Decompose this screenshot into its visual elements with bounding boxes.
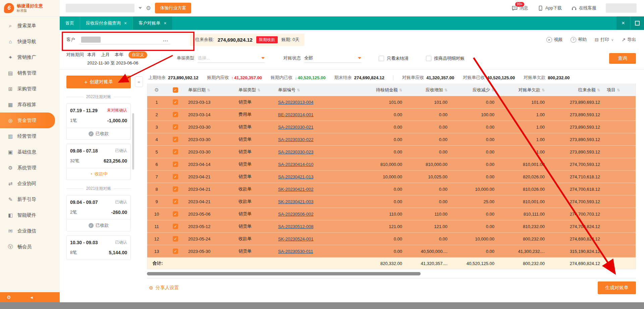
row-checkbox[interactable]: ✓ xyxy=(173,149,178,154)
period-option-custom[interactable]: 自定义 xyxy=(128,51,147,58)
table-row[interactable]: 5✓2023-03-30销货单SA-20230330-0230.000.000.… xyxy=(147,146,636,158)
doc-type-select[interactable]: 选择... xyxy=(198,54,265,63)
action-export[interactable]: ↗导出 xyxy=(622,37,636,43)
period-option[interactable]: 上月 xyxy=(101,52,110,58)
sidebar-item-quick-nav[interactable]: ⌂快捷导航 xyxy=(0,34,60,49)
document-link[interactable]: SA-20230512-008 xyxy=(278,224,314,229)
redacted-org-selector[interactable] xyxy=(66,4,135,12)
column-header-pending[interactable]: 待核销金额⇅ xyxy=(350,87,406,93)
sort-icon[interactable]: ⇅ xyxy=(297,88,300,92)
panel-scrollbar[interactable] xyxy=(132,113,134,170)
select-all-checkbox[interactable]: ✓ xyxy=(173,87,178,93)
row-checkbox[interactable]: ✓ xyxy=(173,162,178,167)
table-row[interactable]: 12✓2023-05-24收款单SK-20230524-0010.000.001… xyxy=(147,233,636,245)
sidebar-item-member[interactable]: Ⓥ畅会员 xyxy=(0,239,60,255)
row-checkbox[interactable]: ✓ xyxy=(173,236,178,241)
document-link[interactable]: SA-20230530-011 xyxy=(278,249,313,254)
document-link[interactable]: SA-20230313-004 xyxy=(278,100,314,105)
generate-statement-button[interactable]: 生成对账单 xyxy=(598,281,636,294)
statement-card[interactable]: 09.08 - 07.18已确认32笔623,256.00◔收款中 xyxy=(66,144,131,180)
table-row[interactable]: 3✓2023-03-30销货单SA-20230330-0210.000.000.… xyxy=(147,121,636,133)
table-row[interactable]: 11✓2023-05-12销货单SA-20230512-008121.00121… xyxy=(147,220,636,233)
sidebar-item-smart-hardware[interactable]: ◧智能硬件 xyxy=(0,207,60,223)
document-link[interactable]: SK-20230524-001 xyxy=(278,236,314,241)
table-row[interactable]: 10✓2023-05-06销货单SA-20230506-002110.00110… xyxy=(147,208,636,220)
sidebar-item-inventory[interactable]: ▦库存核算 xyxy=(0,97,60,113)
document-link[interactable]: SA-20230330-021 xyxy=(278,125,314,130)
action-video[interactable]: ▸视频 xyxy=(546,37,562,43)
period-option[interactable]: 本年 xyxy=(115,52,123,58)
sidebar-item-system[interactable]: ⚙系统管理 xyxy=(0,160,60,176)
sort-icon[interactable]: ⇅ xyxy=(257,88,260,92)
document-link[interactable]: SA-20230330-022 xyxy=(278,137,314,142)
topbar-app-download[interactable]: App下载 xyxy=(538,5,562,11)
row-checkbox[interactable]: ✓ xyxy=(173,124,178,130)
table-row[interactable]: 6✓2023-04-14销货单SA-20230414-010810,000.00… xyxy=(147,158,636,171)
column-header-dec[interactable]: 应收减少⇅ xyxy=(451,87,498,93)
create-statement-button[interactable]: + 创建对账单 xyxy=(66,76,131,88)
document-link[interactable]: SA-20230421-013 xyxy=(278,174,314,179)
by-product-detail-checkbox-group[interactable]: 按商品明细对账 xyxy=(426,54,465,63)
sidebar-item-beginner-guide[interactable]: ✎新手引导 xyxy=(0,191,60,207)
row-checkbox[interactable]: ✓ xyxy=(173,174,178,179)
period-option[interactable]: 本月 xyxy=(87,52,96,58)
document-link[interactable]: SA-20230506-002 xyxy=(278,212,314,217)
topbar-online-service[interactable]: 在线客服 xyxy=(571,5,596,11)
search-button[interactable]: 查询 xyxy=(609,53,636,64)
tab-close-icon[interactable]: × xyxy=(124,20,127,26)
close-all-tabs-button[interactable]: × xyxy=(616,16,630,30)
sort-icon[interactable]: ⇅ xyxy=(617,88,620,92)
panel-collapse-button[interactable]: « xyxy=(135,76,143,87)
table-row[interactable]: 13✓2023-05-30销货单SA-20230530-0110.0040,50… xyxy=(147,245,636,258)
row-checkbox[interactable]: ✓ xyxy=(173,211,178,217)
sort-icon[interactable]: ⇅ xyxy=(444,88,447,92)
document-link[interactable]: SK-20230421-002 xyxy=(278,187,314,192)
statement-card[interactable]: 09.04 - 09.07已确认2笔-260.00✓已收款 xyxy=(66,195,131,231)
column-header-owed[interactable]: 对账单欠款⇅ xyxy=(498,87,548,93)
status-select[interactable]: 全部 xyxy=(304,54,361,63)
column-header-bal[interactable]: 往来余额⇅ xyxy=(548,87,603,93)
row-checkbox[interactable]: ✓ xyxy=(173,112,178,117)
horizontal-scrollbar-thumb[interactable] xyxy=(147,272,421,275)
column-header-type[interactable]: 单据类型⇅ xyxy=(235,87,275,93)
only-unsettled-checkbox[interactable] xyxy=(379,56,384,61)
row-checkbox[interactable]: ✓ xyxy=(173,137,178,142)
row-checkbox[interactable]: ✓ xyxy=(173,224,178,229)
customer-select-input[interactable]: ... xyxy=(79,35,170,44)
sidebar-item-search-menu[interactable]: ⌕搜索菜单 xyxy=(0,18,60,34)
sidebar-item-collaboration[interactable]: ⇄企业协同 xyxy=(0,176,60,191)
row-checkbox[interactable]: ✓ xyxy=(173,99,178,105)
sidebar-item-base-info[interactable]: ▣基础信息 xyxy=(0,144,60,160)
document-link[interactable]: BE-20230314-001 xyxy=(278,112,314,117)
only-unsettled-checkbox-group[interactable]: 只看未结清 xyxy=(379,54,409,63)
table-row[interactable]: 2✓2023-03-14费用单BE-20230314-0010.000.0010… xyxy=(147,108,636,121)
by-product-detail-checkbox[interactable] xyxy=(426,56,431,61)
table-row[interactable]: 1✓2023-03-13销货单SA-20230313-004101.00101.… xyxy=(147,96,636,108)
tab-close-icon[interactable]: × xyxy=(164,20,166,26)
column-header-inc[interactable]: 应收增加⇅ xyxy=(406,87,451,93)
sort-icon[interactable]: ⇅ xyxy=(491,88,494,92)
customer-more-button[interactable]: ... xyxy=(163,37,168,43)
table-row[interactable]: 8✓2023-04-21收款单SK-20230421-0020.000.0010… xyxy=(147,183,636,195)
fullscreen-button[interactable] xyxy=(631,16,644,30)
sidebar-collapse-icon[interactable]: ◂ xyxy=(31,295,33,300)
action-print[interactable]: ⊟打印∨ xyxy=(595,37,613,43)
column-header-date[interactable]: 单据日期⇅ xyxy=(185,87,235,93)
sort-icon[interactable]: ⇅ xyxy=(597,88,600,92)
sort-icon[interactable]: ⇅ xyxy=(542,88,545,92)
chevron-down-icon[interactable] xyxy=(139,7,142,9)
column-header-proj[interactable]: 项目⇅ xyxy=(603,87,636,93)
sidebar-settings-gear-icon[interactable]: ⚙ xyxy=(7,295,11,300)
document-link[interactable]: SA-20230330-023 xyxy=(278,149,314,154)
sidebar-item-funds[interactable]: ◎资金管理 xyxy=(0,113,55,128)
period-range-value[interactable]: 2022-11-30 至 2023-06-06 xyxy=(87,60,147,66)
sort-icon[interactable]: ⇅ xyxy=(399,88,402,92)
row-checkbox[interactable]: ✓ xyxy=(173,186,178,192)
sidebar-item-marketing[interactable]: ✦营销推广 xyxy=(0,49,60,65)
tab-2[interactable]: 应收应付余额查询× xyxy=(80,16,132,30)
column-header-doc[interactable]: 单据编号⇅ xyxy=(275,87,350,93)
settings-gear-icon[interactable]: ⚙ xyxy=(146,5,151,12)
statement-card[interactable]: 10.30 - 09.03已确认8笔5,144.00 xyxy=(66,235,131,260)
row-checkbox[interactable]: ✓ xyxy=(173,199,178,204)
statement-card[interactable]: 07.19 - 11.29未对账确认1笔-1,000.00✓已收款 xyxy=(66,103,131,140)
